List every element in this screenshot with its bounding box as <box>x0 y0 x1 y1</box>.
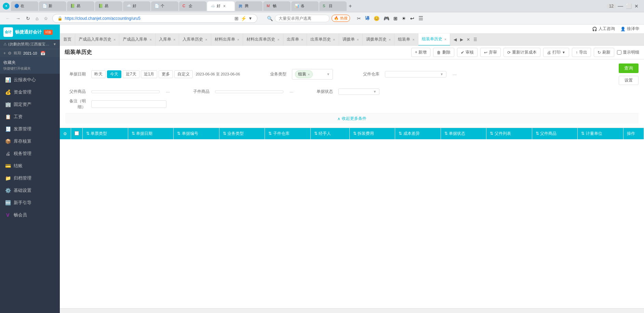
dropdown-arrow-icon[interactable]: ▼ <box>249 16 253 21</box>
tab-assembly[interactable]: 组装单 × <box>394 33 418 46</box>
date-btn-7days[interactable]: 近7天 <box>123 70 139 78</box>
browser-tab-1[interactable]: 🔵 在 <box>11 1 38 11</box>
sidebar-item-fund[interactable]: 💰 资金管理 <box>0 86 60 98</box>
sidebar-item-guide[interactable]: 🆕 新手引导 <box>0 197 60 209</box>
add-button[interactable]: + 新增 <box>411 48 430 57</box>
note-filter-input[interactable] <box>91 100 166 108</box>
back-button[interactable]: ← <box>4 14 12 23</box>
reload-button[interactable]: ↻ <box>25 14 31 23</box>
brightness-icon[interactable]: ☀ <box>402 16 406 21</box>
tab-close-product-in-history[interactable]: × <box>113 38 116 42</box>
company-selector[interactable]: ⚠ (勿删勿禁用) 江西服宝测试专用 ▼ <box>0 40 60 49</box>
browser-tab-8[interactable]: ☁️ 好 × <box>207 1 234 11</box>
parent-goods-filter[interactable] <box>91 90 160 93</box>
tab-close-product-in[interactable]: × <box>149 38 151 42</box>
tab-in-history[interactable]: 入库单历史 × <box>179 33 211 46</box>
tab-close-all[interactable]: ✕ <box>465 37 471 43</box>
minimize-icon[interactable]: — <box>618 3 623 9</box>
browser-tab-10[interactable]: M 畅 <box>263 1 291 11</box>
tab-material-out[interactable]: 材料出库单 × <box>211 33 243 46</box>
tab-out-history[interactable]: 出库单历史 × <box>307 33 339 46</box>
column-unit[interactable]: ⇅ 计量单位 <box>578 128 623 139</box>
tab-close-in-order[interactable]: × <box>173 38 175 42</box>
browser-tab-6[interactable]: 📄 个 <box>151 1 178 11</box>
tab-close-assembly-history[interactable]: × <box>444 37 446 41</box>
tab-arrow-left[interactable]: ◀ <box>452 37 458 43</box>
date-btn-1month[interactable]: 近1月 <box>141 70 158 78</box>
biz-type-filter[interactable]: 组装 × ▼ <box>292 69 333 80</box>
select-all-checkbox[interactable] <box>75 131 79 136</box>
column-order-status[interactable]: ⇅ 单据状态 <box>441 128 486 139</box>
tab-material-out-history[interactable]: 材料出库单历史 × <box>243 33 283 46</box>
tab-close-out-history[interactable]: × <box>333 38 335 42</box>
tab-close-material-out[interactable]: × <box>237 38 239 42</box>
sidebar-item-settlement[interactable]: 💳 结账 <box>0 160 60 172</box>
bookmark-section[interactable]: 收藏夹 快捷键打开收藏夹 <box>0 57 60 74</box>
column-handler[interactable]: ⇅ 经手人 <box>310 128 349 139</box>
tab-close-transfer-history[interactable]: × <box>389 38 391 42</box>
tab-count-badge[interactable]: 12 <box>606 4 616 9</box>
biz-type-remove-icon[interactable]: × <box>308 72 310 76</box>
human-service-button[interactable]: 🎧 人工咨询 <box>592 26 615 32</box>
tab-product-in-history[interactable]: 产成品入库单历史 × <box>75 33 119 46</box>
maximize-icon[interactable]: ⬜ <box>626 3 632 9</box>
browser-tab-12[interactable]: S 目 <box>319 1 347 11</box>
hot-search-button[interactable]: 🔥 热搜 <box>332 15 350 22</box>
sidebar-item-basic-settings[interactable]: ⚙️ 基础设置 <box>0 184 60 197</box>
column-biz-type[interactable]: ⇅ 业务类型 <box>219 128 265 139</box>
tab-close-material-out-history[interactable]: × <box>277 38 279 42</box>
tab-menu[interactable]: ☰ <box>472 37 479 43</box>
column-checkbox[interactable] <box>71 128 82 139</box>
tab-home[interactable]: 首页 <box>60 33 75 46</box>
sidebar-item-archive[interactable]: 📁 归档管理 <box>0 172 60 184</box>
tab-out-order[interactable]: 出库单 × <box>283 33 307 46</box>
sidebar-item-vip[interactable]: V 畅会员 <box>0 209 60 221</box>
home-button[interactable]: ⌂ <box>34 14 40 23</box>
horizontal-scrollbar[interactable] <box>60 308 644 313</box>
recalculate-button[interactable]: ⟳ 重新计算成本 <box>504 48 540 57</box>
date-btn-more[interactable]: 更多 <box>159 70 173 78</box>
address-bar[interactable]: 🔒 https://cloud.chanjet.com/accounting/u… <box>52 14 257 23</box>
browser-tab-11[interactable]: 📊 各 <box>291 1 319 11</box>
browser-tab-5[interactable]: ☁️ 好 <box>123 1 150 11</box>
tab-product-in[interactable]: 产成品入库单 × <box>119 33 155 46</box>
tab-transfer[interactable]: 调拨单 × <box>339 33 363 46</box>
emoji-icon[interactable]: 😊 <box>374 16 379 21</box>
bookmark-button[interactable]: ☆ <box>42 14 50 23</box>
translate-icon[interactable]: 译 <box>365 15 370 22</box>
abandon-button[interactable]: ↩ 弃审 <box>480 48 501 57</box>
browser-tab-2[interactable]: 📄 新 <box>39 1 66 11</box>
column-parent-goods[interactable]: ⇅ 父件商品 <box>532 128 577 139</box>
scissors-icon[interactable]: ✂ <box>357 16 361 21</box>
sidebar-item-tax[interactable]: 🖨 税务管理 <box>0 147 60 160</box>
date-btn-custom[interactable]: 自定义 <box>174 70 193 78</box>
sidebar-item-cloud-report[interactable]: 📊 云报表中心 <box>0 74 60 86</box>
forward-button[interactable]: → <box>14 14 22 23</box>
tab-close-8[interactable]: × <box>223 4 226 9</box>
parent-goods-more-icon[interactable]: ··· <box>166 89 170 95</box>
show-detail-checkbox[interactable] <box>617 50 621 55</box>
tab-close-in-history[interactable]: × <box>205 38 207 42</box>
delete-button[interactable]: 🗑 删除 <box>433 48 454 57</box>
parent-warehouse-filter[interactable]: ▼ <box>385 71 446 77</box>
sidebar-item-inventory[interactable]: 📦 库存核算 <box>0 135 60 147</box>
row1-more-icon[interactable]: ··· <box>453 72 457 77</box>
apps-icon[interactable]: ⊞ <box>393 16 398 21</box>
settings-button[interactable]: 设置 <box>619 76 639 85</box>
browser-tab-4[interactable]: 📗 易 <box>95 1 122 11</box>
column-settings[interactable]: ⚙ <box>60 128 71 139</box>
tab-transfer-history[interactable]: 调拨单历史 × <box>363 33 394 46</box>
new-tab-button[interactable]: + <box>349 3 352 9</box>
tab-close-assembly[interactable]: × <box>412 38 414 42</box>
child-goods-more-icon[interactable]: ··· <box>290 89 294 95</box>
browser-tab-3[interactable]: 📗 易 <box>67 1 94 11</box>
browser-tab-9[interactable]: 腾 腾 <box>235 1 263 11</box>
query-button[interactable]: 查询 <box>619 63 639 73</box>
tab-in-order[interactable]: 入库单 × <box>156 33 179 46</box>
order-status-filter[interactable]: ▼ <box>338 88 379 95</box>
column-parent-list[interactable]: ⇅ 父件列表 <box>486 128 532 139</box>
tab-close-out-order[interactable]: × <box>301 38 303 42</box>
sidebar-item-salary[interactable]: 📋 工资 <box>0 111 60 123</box>
column-cost-diff[interactable]: ⇅ 成本差异 <box>395 128 441 139</box>
collapse-button[interactable]: ∧ 收起更多条件 <box>65 113 639 124</box>
